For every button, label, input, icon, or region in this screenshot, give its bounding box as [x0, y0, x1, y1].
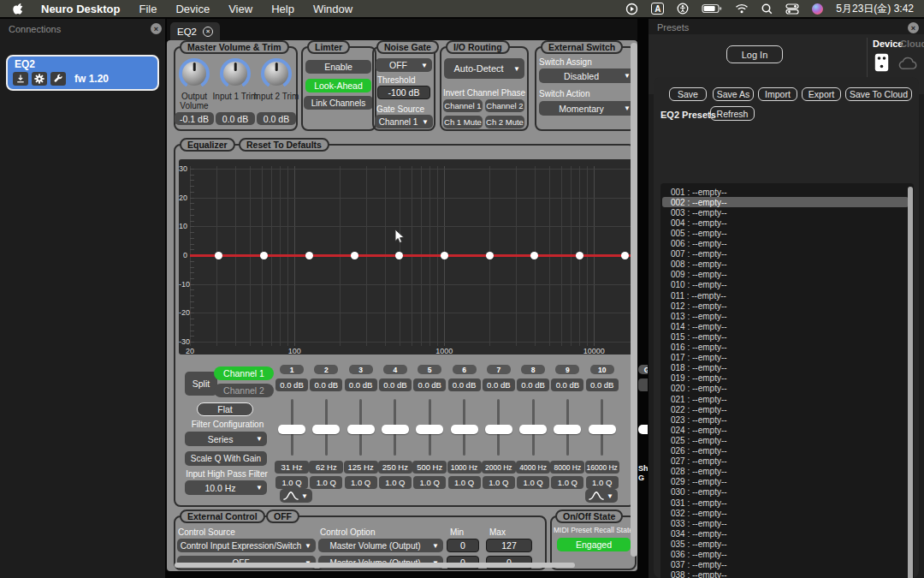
- limiter-enable-button[interactable]: Enable: [305, 60, 371, 74]
- preset-list-item[interactable]: 020 : --empty--: [662, 384, 909, 394]
- preset-list-item[interactable]: 017 : --empty--: [662, 353, 909, 363]
- min-input-1[interactable]: 0: [447, 539, 479, 552]
- band-slider-handle[interactable]: [347, 425, 375, 434]
- band-q-value[interactable]: 1.0 Q: [379, 476, 412, 489]
- presets-close-icon[interactable]: ×: [908, 22, 919, 33]
- band-frequency-value[interactable]: 62 Hz: [309, 461, 343, 474]
- menu-device[interactable]: Device: [175, 3, 210, 15]
- filter-configuration-dropdown[interactable]: Series▼: [185, 432, 267, 446]
- band-gain-value[interactable]: 0.0 dB: [483, 378, 515, 391]
- band-slider-handle[interactable]: [278, 425, 305, 434]
- preset-list-item[interactable]: 031 : --empty--: [662, 498, 909, 508]
- preset-list-item[interactable]: 015 : --empty--: [662, 331, 909, 342]
- menu-file[interactable]: File: [139, 3, 157, 15]
- preset-list-item[interactable]: 008 : --empty--: [662, 259, 909, 270]
- band-frequency-value[interactable]: 500 Hz: [412, 461, 447, 474]
- channel2-button[interactable]: Channel 2: [214, 384, 274, 397]
- preset-list-item[interactable]: 006 : --empty--: [662, 239, 909, 249]
- band-frequency-value[interactable]: 125 Hz: [344, 461, 378, 474]
- preset-list-item[interactable]: 019 : --empty--: [662, 373, 909, 384]
- external-control-state-badge[interactable]: OFF: [266, 509, 299, 523]
- band-slider-handle[interactable]: [485, 425, 512, 434]
- band-q-value[interactable]: 1.0 Q: [310, 476, 342, 489]
- band-gain-value[interactable]: 0.0 dB: [379, 378, 412, 391]
- menu-bar-clock[interactable]: 5月23日(金) 3:42: [836, 2, 914, 16]
- save-to-cloud-button[interactable]: Save To Cloud: [845, 87, 912, 101]
- band-gain-value[interactable]: 0.0 dB: [517, 378, 549, 391]
- preset-list-item[interactable]: 026 : --empty--: [662, 446, 909, 456]
- accessibility-icon[interactable]: [677, 3, 689, 15]
- band-gain-value[interactable]: 0.0 dB: [413, 378, 446, 391]
- device-pedal-icon[interactable]: [874, 53, 889, 72]
- band-q-value[interactable]: 1.0 Q: [345, 476, 377, 489]
- band-gain-value[interactable]: 0.0 dB: [448, 378, 481, 391]
- source-cloud-label[interactable]: Cloud: [900, 39, 924, 49]
- eq-band-dot[interactable]: [351, 252, 358, 259]
- preset-list-item[interactable]: 034 : --empty--: [662, 528, 909, 539]
- editor-vertical-scrollbar[interactable]: [631, 43, 637, 557]
- band-q-value[interactable]: 1.0 Q: [448, 476, 481, 489]
- source-device-label[interactable]: Device: [873, 39, 903, 49]
- app-name[interactable]: Neuro Desktop: [41, 3, 120, 15]
- preset-list-item[interactable]: 005 : --empty--: [662, 228, 909, 238]
- preset-list-item[interactable]: 027 : --empty--: [662, 456, 909, 467]
- eq-band-dot[interactable]: [395, 252, 403, 259]
- switch-action-dropdown[interactable]: Momentary▼: [539, 101, 635, 116]
- band-slider-handle[interactable]: [451, 425, 478, 434]
- eq-band-dot[interactable]: [621, 252, 629, 259]
- menu-window[interactable]: Window: [313, 3, 352, 15]
- preset-list-item[interactable]: 036 : --empty--: [662, 550, 909, 560]
- cloud-icon[interactable]: [898, 57, 919, 70]
- band-slider-handle[interactable]: [416, 425, 443, 434]
- battery-icon[interactable]: [702, 3, 722, 14]
- preset-list-item[interactable]: 032 : --empty--: [662, 508, 909, 518]
- preset-list-item[interactable]: 037 : --empty--: [662, 560, 909, 570]
- eq-band-dot[interactable]: [260, 252, 268, 259]
- eq-band-dot[interactable]: [576, 252, 583, 259]
- band-slider-handle[interactable]: [382, 425, 409, 434]
- band-frequency-value[interactable]: 1000 Hz: [447, 461, 482, 474]
- tab-eq2[interactable]: EQ2 ×: [170, 22, 220, 40]
- band-frequency-value[interactable]: 8000 Hz: [550, 461, 584, 474]
- preset-list-item[interactable]: 012 : --empty--: [662, 301, 909, 311]
- band-q-value[interactable]: 1.0 Q: [483, 476, 515, 489]
- scale-q-with-gain-button[interactable]: Scale Q With Gain: [185, 451, 267, 466]
- band-q-value[interactable]: 1.0 Q: [517, 476, 549, 489]
- playback-icon[interactable]: [625, 3, 638, 15]
- preset-list-item[interactable]: 004 : --empty--: [662, 217, 909, 228]
- band-frequency-value[interactable]: 4000 Hz: [516, 461, 550, 474]
- preset-list-scrollbar[interactable]: [908, 187, 913, 578]
- gate-source-dropdown[interactable]: Channel 1▼: [375, 115, 433, 128]
- threshold-input[interactable]: -100 dB: [377, 86, 430, 99]
- max-input-1[interactable]: 127: [486, 539, 532, 552]
- band-frequency-value[interactable]: 2000 Hz: [482, 461, 516, 474]
- input-source-icon[interactable]: A: [651, 3, 664, 15]
- preset-list-item[interactable]: 003 : --empty--: [662, 207, 909, 217]
- preset-list-item[interactable]: 024 : --empty--: [662, 425, 909, 435]
- save-button[interactable]: Save: [669, 87, 707, 101]
- eq-band-dot[interactable]: [486, 252, 494, 259]
- band-q-value[interactable]: 1.0 Q: [275, 476, 308, 489]
- connection-device-card[interactable]: EQ2 fw 1.20: [6, 55, 159, 91]
- device-settings-gear-icon[interactable]: [32, 72, 47, 86]
- input2-trim-knob[interactable]: [261, 58, 292, 89]
- band-slider-handle[interactable]: [519, 425, 547, 434]
- flat-button[interactable]: Flat: [197, 402, 253, 416]
- band-gain-value[interactable]: 0.0 dB: [275, 378, 308, 391]
- band-slider-handle[interactable]: [554, 425, 581, 434]
- preset-list-item[interactable]: 022 : --empty--: [662, 404, 909, 414]
- export-button[interactable]: Export: [802, 87, 841, 101]
- tab-close-icon[interactable]: ×: [203, 27, 213, 37]
- band-frequency-value[interactable]: 31 Hz: [275, 461, 309, 474]
- band-gain-value[interactable]: 0.0 dB: [551, 378, 583, 391]
- log-in-button[interactable]: Log In: [726, 45, 783, 63]
- control-option-dropdown-1[interactable]: Master Volume (Output)▼: [318, 539, 443, 552]
- preset-list-item[interactable]: 038 : --empty--: [662, 570, 909, 578]
- band-gain-value[interactable]: 0.0 dB: [310, 378, 342, 391]
- menu-help[interactable]: Help: [271, 3, 294, 15]
- preset-list-item[interactable]: 010 : --empty--: [662, 280, 909, 290]
- preset-list-item[interactable]: 013 : --empty--: [662, 311, 909, 321]
- limiter-look-ahead-button[interactable]: Look-Ahead: [305, 79, 371, 92]
- control-center-icon[interactable]: [785, 3, 799, 15]
- preset-list-item[interactable]: 007 : --empty--: [662, 249, 909, 259]
